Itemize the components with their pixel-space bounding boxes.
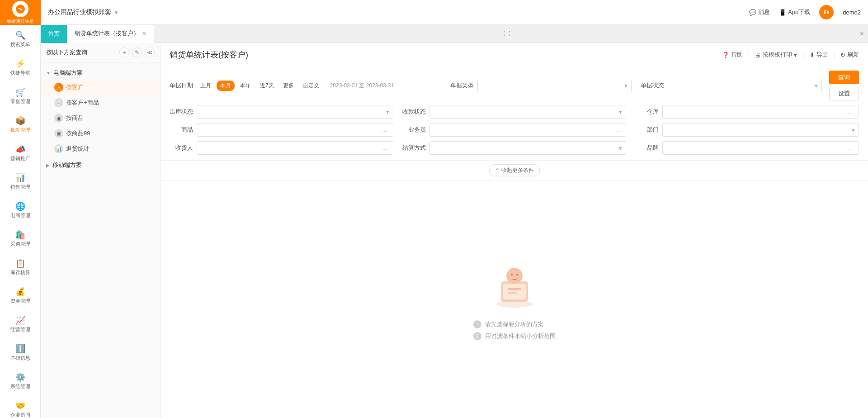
logo-text: 畅捷通好生意 (7, 18, 34, 24)
department-label: 部门 (635, 126, 662, 134)
page-title-bar: 销货单统计表(按客户) ❓ 帮助 | 🖨 按模板打印 ▾ | ⬇ (160, 43, 868, 65)
tab-maximize-btn[interactable]: ⛶ (499, 30, 515, 37)
tree-item-refund-stat[interactable]: 📊 退货统计 (41, 141, 160, 157)
maximize-icon: ⛶ (504, 30, 510, 37)
enterprise-icon: 🤝 (15, 401, 25, 411)
query-button[interactable]: 查询 (829, 71, 859, 84)
header-title: 办公用品行业模拟账套 (48, 8, 111, 16)
tab-bar-right: ✕ (859, 30, 868, 37)
date-tab-7days[interactable]: 近7天 (256, 81, 278, 91)
sidebar-item-retail[interactable]: 🛒 零售管理 (0, 82, 40, 110)
payment-status-control[interactable]: ▾ (429, 105, 626, 119)
help-icon: ❓ (722, 52, 729, 58)
print-btn[interactable]: 🖨 按模板打印 ▾ (755, 51, 797, 59)
tree-group-desktop-header[interactable]: ▼ 电脑端方案 (41, 66, 160, 80)
refresh-btn[interactable]: ↻ 刷新 (840, 51, 859, 59)
filter-department: 部门 ▾ (635, 123, 859, 137)
receiver-dots-icon[interactable]: … (379, 144, 389, 152)
warehouse-label: 仓库 (635, 108, 662, 116)
tree-item-by-customer-product[interactable]: ≡ 按客户+商品 (41, 95, 160, 110)
left-panel: 按以下方案查询 ＋ ✎ ≪ ▼ 电脑端方案 人 按客户 (41, 43, 160, 418)
tree-item-by-product[interactable]: ▣ 按商品 (41, 110, 160, 126)
tab-home[interactable]: 首页 (41, 25, 67, 43)
department-control[interactable]: ▾ (662, 123, 859, 137)
date-tab-custom[interactable]: 自定义 (299, 81, 323, 91)
close-all-icon[interactable]: ✕ (859, 30, 864, 37)
sidebar-item-ecommerce[interactable]: 🌐 电商管理 (0, 196, 40, 224)
add-scheme-btn[interactable]: ＋ (119, 48, 129, 57)
empty-hint-1: 1 请先选择要分析的方案 (473, 320, 556, 328)
brand-control[interactable]: … (662, 141, 859, 155)
sidebar-item-label: 企业协同 (10, 412, 30, 418)
sidebar-item-label: 经营管理 (10, 326, 30, 333)
by-customer-icon: 人 (54, 83, 63, 92)
sidebar-item-purchase[interactable]: 🛍️ 采购管理 (0, 224, 40, 253)
receiver-control[interactable]: … (197, 141, 393, 155)
salesperson-dots-icon[interactable]: … (612, 126, 622, 133)
bill-status-control[interactable]: ▾ (668, 79, 822, 92)
logo[interactable]: 畅捷通好生意 (0, 0, 41, 25)
retail-icon: 🛒 (15, 87, 25, 97)
search-icon: 🔍 (15, 30, 25, 40)
warehouse-control[interactable]: … (662, 105, 859, 119)
sidebar-item-marketing[interactable]: 📣 营销推广 (0, 139, 40, 167)
sidebar-item-label: 系统管理 (10, 383, 30, 390)
sidebar-item-operations[interactable]: 📈 经营管理 (0, 310, 40, 338)
svg-rect-7 (508, 288, 521, 290)
tree-group-desktop-label: 电脑端方案 (53, 69, 83, 77)
ecommerce-icon: 🌐 (15, 201, 25, 211)
filter-date: 单据日期 上月 本月 本年 近7天 更多 自定义 2023-03-01 至 20… (170, 81, 441, 91)
chevron-up-icon: ⌃ (495, 167, 500, 174)
collapse-panel-btn[interactable]: ≪ (145, 48, 155, 57)
print-icon: 🖨 (755, 52, 761, 58)
collapse-conditions-btn[interactable]: ⌃ 收起更多条件 (489, 164, 540, 176)
sidebar-item-wholesale[interactable]: 📦 批发管理 (0, 110, 40, 139)
tree-item-by-product-99[interactable]: ▣ 按商品99 (41, 126, 160, 141)
tab-close-icon[interactable]: ✕ (142, 30, 146, 37)
user-avatar[interactable]: Ea (819, 5, 834, 19)
salesperson-control[interactable]: … (429, 123, 626, 137)
export-btn[interactable]: ⬇ 导出 (810, 51, 828, 59)
app-download-btn[interactable]: 📱 App下载 (779, 8, 810, 16)
help-btn[interactable]: ❓ 帮助 (722, 51, 743, 59)
tree-group-mobile-header[interactable]: ▶ 移动端方案 (41, 158, 160, 172)
tab-sales-stat[interactable]: 销货单统计表（按客户） ✕ (67, 25, 154, 43)
out-status-label: 出库状态 (170, 108, 197, 116)
sidebar-item-search[interactable]: 🔍 搜索菜单 (0, 25, 40, 53)
collapse-bar: ⌃ 收起更多条件 (160, 161, 868, 180)
sidebar-item-enterprise[interactable]: 🤝 企业协同 (0, 395, 40, 418)
date-tab-this-month[interactable]: 本月 (217, 81, 235, 91)
edit-scheme-btn[interactable]: ✎ (132, 48, 142, 57)
left-panel-header: 按以下方案查询 ＋ ✎ ≪ (41, 43, 160, 62)
brand-dots-icon[interactable]: … (845, 144, 855, 152)
sidebar-item-system[interactable]: ⚙️ 系统管理 (0, 367, 40, 395)
filter-area: 单据日期 上月 本月 本年 近7天 更多 自定义 2023-03-01 至 20… (160, 65, 868, 161)
header-dropdown-icon[interactable]: ▾ (115, 9, 118, 16)
sales-icon: 📊 (15, 173, 25, 183)
product-control[interactable]: … (197, 123, 393, 137)
sidebar-item-basics[interactable]: ℹ️ 基础信息 (0, 338, 40, 367)
settlement-control[interactable]: ▾ (429, 141, 626, 155)
out-status-control[interactable]: ▾ (197, 105, 393, 119)
operations-icon: 📈 (15, 315, 25, 325)
filter-product: 商品 … (170, 123, 393, 137)
sidebar-item-sales[interactable]: 📊 销售管理 (0, 167, 40, 196)
date-tab-last-month[interactable]: 上月 (197, 81, 215, 91)
warehouse-dots-icon[interactable]: … (845, 108, 855, 115)
username[interactable]: demo2 (843, 9, 861, 16)
sidebar-item-quick-nav[interactable]: ⚡ 快捷导航 (0, 53, 40, 82)
settlement-label: 结算方式 (402, 144, 429, 152)
tree-item-by-customer[interactable]: 人 按客户 (41, 80, 160, 95)
sidebar-item-inventory[interactable]: 📋 库存核算 (0, 253, 40, 281)
bill-type-control[interactable]: ▾ (477, 79, 632, 92)
product-dots-icon[interactable]: … (379, 126, 389, 133)
query-settings-group: 查询 设置 (829, 71, 859, 100)
main-area: 办公用品行业模拟账套 ▾ 💬 消息 📱 App下载 Ea demo2 首页 销货… (41, 0, 868, 418)
settings-button[interactable]: 设置 (829, 87, 859, 100)
logo-icon (12, 1, 28, 17)
date-tab-more[interactable]: 更多 (279, 81, 297, 91)
sidebar-item-finance[interactable]: 💰 资金管理 (0, 281, 40, 310)
date-tab-this-year[interactable]: 本年 (236, 81, 255, 91)
message-btn[interactable]: 💬 消息 (749, 8, 770, 16)
home-tab-label: 首页 (48, 30, 60, 38)
